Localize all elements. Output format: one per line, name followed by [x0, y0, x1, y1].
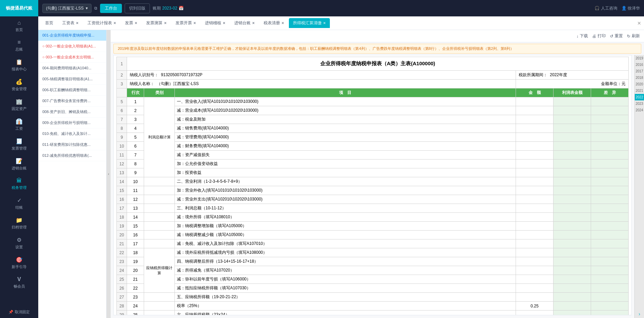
- cell-profit-7[interactable]: [554, 151, 591, 160]
- cell-amount-6[interactable]: [516, 142, 554, 151]
- tab-income-tax[interactable]: 所得税汇算清缴 ✕: [289, 18, 330, 28]
- cell-diff-7[interactable]: [591, 151, 629, 160]
- cell-seq-24[interactable]: 24: [127, 302, 144, 310]
- year-2022[interactable]: 2022: [635, 94, 644, 100]
- tab-purchase-audit[interactable]: 进销稽核 ✕: [201, 18, 229, 28]
- cell-seq-17[interactable]: 17: [127, 239, 144, 248]
- tab-close-icon[interactable]: ✕: [76, 21, 79, 25]
- year-2019[interactable]: 2019: [635, 55, 644, 61]
- sidebar-item-member[interactable]: V 畅会员: [0, 273, 38, 292]
- cell-seq-13[interactable]: 13: [127, 204, 144, 213]
- cell-diff-18[interactable]: [591, 248, 629, 257]
- cell-amount-3[interactable]: [516, 115, 554, 124]
- cell-profit-2[interactable]: [554, 106, 591, 115]
- tab-purchase-ledger[interactable]: 进销台账 ✕: [230, 18, 259, 28]
- cell-profit-12[interactable]: [554, 195, 591, 204]
- cell-amount-23[interactable]: [516, 293, 554, 302]
- tab-invoice[interactable]: 发票 ✕: [121, 18, 141, 28]
- cell-seq-2[interactable]: 2: [127, 106, 144, 115]
- cell-amount-1[interactable]: [516, 97, 554, 106]
- download-button[interactable]: ↓ 下载: [576, 33, 588, 39]
- cell-profit-9[interactable]: [554, 168, 591, 177]
- cell-profit-15[interactable]: [554, 222, 591, 231]
- cell-profit-11[interactable]: [554, 186, 591, 195]
- cell-profit-19[interactable]: [554, 257, 591, 266]
- sidebar-item-purchase-sales[interactable]: 📝 进销台账: [0, 154, 38, 174]
- cell-profit-16[interactable]: [554, 231, 591, 239]
- year-2018[interactable]: 2018: [635, 74, 644, 81]
- cell-amount-11[interactable]: [516, 186, 554, 195]
- left-panel-item-007[interactable]: 007-广告费和业务宣传费跨...: [38, 96, 106, 107]
- sidebar-item-fixed-assets[interactable]: 🏢 固定资产: [0, 95, 38, 115]
- cell-diff-20[interactable]: [591, 266, 629, 275]
- cell-seq-7[interactable]: 7: [127, 151, 144, 160]
- cell-seq-9[interactable]: 9: [127, 168, 144, 177]
- cell-profit-1[interactable]: [554, 97, 591, 106]
- spreadsheet-container[interactable]: 1 企业所得税年度纳税申报表（A类）主表(A100000) 2 纳税人识别号： …: [113, 55, 632, 315]
- cell-amount-7[interactable]: [516, 151, 554, 160]
- cell-amount-25[interactable]: [516, 310, 554, 316]
- tab-salary[interactable]: 工资表 ✕: [58, 18, 83, 28]
- calendar-icon[interactable]: 📅: [179, 6, 184, 11]
- cell-amount-20[interactable]: [516, 266, 554, 275]
- sidebar-item-settings[interactable]: ⚙ 设置: [0, 233, 38, 253]
- cell-diff-3[interactable]: [591, 115, 629, 124]
- sidebar-item-guide[interactable]: 🎯 新手引导: [0, 253, 38, 273]
- cell-diff-10[interactable]: [591, 177, 629, 186]
- cell-seq-14[interactable]: 14: [127, 213, 144, 222]
- cell-diff-15[interactable]: [591, 222, 629, 231]
- cell-amount-16[interactable]: [516, 231, 554, 239]
- cell-amount-2[interactable]: [516, 106, 554, 115]
- cell-amount-13[interactable]: [516, 204, 554, 213]
- cell-amount-14[interactable]: [516, 213, 554, 222]
- left-panel-item-001[interactable]: 001-企业所得税年度纳税申报...: [38, 30, 106, 41]
- sidebar-pin-toggle[interactable]: 📌 取消固定: [0, 306, 38, 318]
- cell-diff-13[interactable]: [591, 204, 629, 213]
- cell-diff-21[interactable]: [591, 275, 629, 284]
- cell-amount-8[interactable]: [516, 160, 554, 168]
- reset-button[interactable]: ↺ 重置: [610, 33, 623, 39]
- year-2023[interactable]: 2023: [635, 100, 644, 107]
- left-panel-item-002[interactable]: ○ 002-一般企业收入明细表(A1...: [38, 41, 106, 52]
- cell-amount-15[interactable]: [516, 222, 554, 231]
- cell-diff-24[interactable]: [591, 302, 629, 310]
- left-panel-item-006[interactable]: 006-职工薪酬纳税调整明细...: [38, 85, 106, 96]
- print-button[interactable]: 🖨 打印: [592, 33, 606, 39]
- cell-diff-6[interactable]: [591, 142, 629, 151]
- cell-profit-5[interactable]: [554, 133, 591, 142]
- cell-seq-6[interactable]: 6: [127, 142, 144, 151]
- left-panel-item-009[interactable]: 009-企业所得税补亏损明细...: [38, 117, 106, 128]
- cell-amount-24[interactable]: 0.25: [516, 302, 554, 310]
- cell-seq-23[interactable]: 23: [127, 293, 144, 302]
- tab-close-icon[interactable]: ✕: [323, 21, 326, 25]
- sidebar-item-archive[interactable]: 📁 归档管理: [0, 213, 38, 233]
- sidebar-item-invoice[interactable]: 🧾 发票管理: [0, 135, 38, 154]
- left-panel-item-008[interactable]: 008-资产折旧、摊销及纳税...: [38, 107, 106, 117]
- tab-close-icon[interactable]: ✕: [193, 21, 196, 25]
- sidebar-item-home[interactable]: ⌂ 首页: [0, 16, 38, 36]
- tab-close-icon[interactable]: ✕: [113, 21, 116, 25]
- cell-profit-4[interactable]: [554, 124, 591, 133]
- cell-profit-22[interactable]: [554, 284, 591, 293]
- cell-profit-13[interactable]: [554, 204, 591, 213]
- switch-old-button[interactable]: 切到旧版: [125, 3, 150, 13]
- year-panel-toggle[interactable]: ›: [637, 310, 642, 318]
- cell-seq-8[interactable]: 8: [127, 160, 144, 168]
- left-panel-item-012[interactable]: 012-减免所得税优惠明细表(...: [38, 150, 106, 161]
- tab-close-icon[interactable]: ✕: [135, 21, 137, 25]
- cell-seq-16[interactable]: 16: [127, 231, 144, 239]
- tab-close-icon[interactable]: ✕: [164, 21, 167, 25]
- tab-close-icon[interactable]: ✕: [252, 21, 255, 25]
- cell-seq-21[interactable]: 21: [127, 275, 144, 284]
- year-2016[interactable]: 2016: [635, 61, 644, 68]
- sidebar-item-finance[interactable]: 💰 资金管理: [0, 75, 38, 95]
- left-panel-item-010[interactable]: 010-免税、减计收入及加计...: [38, 128, 106, 139]
- ai-consult-button[interactable]: 🎧 人工咨询: [594, 5, 617, 11]
- cell-diff-9[interactable]: [591, 168, 629, 177]
- cell-profit-8[interactable]: [554, 160, 591, 168]
- year-2021[interactable]: 2021: [635, 87, 644, 94]
- cell-profit-18[interactable]: [554, 248, 591, 257]
- left-panel-item-004[interactable]: 004-期间费用明细表(A1040...: [38, 63, 106, 74]
- tab-tax-list[interactable]: 税表清册 ✕: [260, 18, 288, 28]
- cell-seq-22[interactable]: 22: [127, 284, 144, 293]
